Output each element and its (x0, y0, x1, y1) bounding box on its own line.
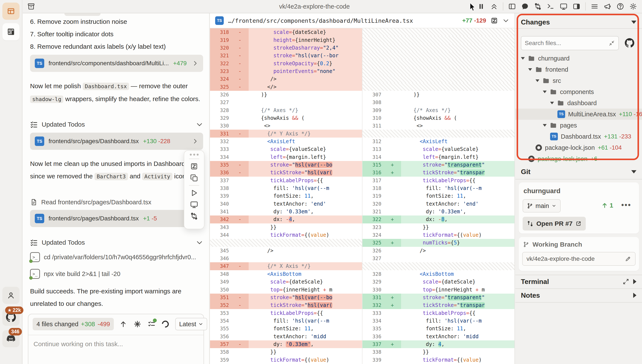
app-window: ★22k 346 vk/4e2a-explore-the-code 6. Rem… (0, 0, 642, 364)
diff-line: 321-stroke="hsl(var(--bor (210, 52, 362, 60)
file-name: frontend (545, 66, 568, 73)
collapse-up-icon[interactable] (490, 2, 498, 10)
pencil-icon[interactable] (625, 256, 631, 262)
read-file-row[interactable]: Read frontend/src/pages/Dashboard.tsx (30, 196, 203, 208)
diff-line: 311<> (362, 122, 514, 130)
menu-icon[interactable] (590, 2, 599, 10)
diff-line: 335fontSize: 11, (362, 325, 514, 332)
branch-icon (527, 203, 533, 209)
floating-toolbar (184, 150, 204, 229)
diff-stamp-icon[interactable] (490, 17, 498, 24)
megaphone-icon[interactable] (603, 2, 611, 10)
chevron-down-icon[interactable] (502, 17, 509, 24)
diff-stamp-icon[interactable] (190, 162, 198, 170)
preview-monitor-icon[interactable] (190, 200, 198, 209)
green-dot (153, 318, 157, 322)
typescript-icon: TS (35, 214, 44, 223)
inline-code: BarChart3 (95, 173, 128, 180)
pause-icon[interactable] (477, 2, 485, 10)
expand-arrow-icon (543, 90, 547, 93)
file-name: package-lock.json (538, 156, 587, 162)
file-change-chip[interactable]: TS frontend/src/components/dashboard/Mul… (30, 55, 203, 72)
panel-left-icon[interactable] (508, 2, 516, 10)
repo-name: churnguard (523, 187, 560, 195)
updated-todos-row[interactable]: Updated Todos (30, 118, 203, 130)
scroll-up-icon[interactable] (119, 320, 127, 328)
tree-item-churnguard[interactable]: churnguard (515, 53, 642, 64)
todos-indicator[interactable] (148, 320, 156, 328)
git-compare-icon[interactable] (190, 212, 198, 220)
collapse-tree-icon[interactable] (608, 40, 615, 46)
monitor-icon[interactable] (559, 2, 568, 10)
expand-arrow-icon (528, 68, 532, 71)
git-compare-icon[interactable] (534, 2, 542, 10)
workspace-layout-button[interactable] (2, 2, 20, 20)
tree-item-dashboard[interactable]: dashboard (515, 98, 642, 108)
version-dropdown[interactable]: Latest (175, 318, 207, 330)
terminal-icon[interactable] (547, 2, 555, 10)
panel-right-icon[interactable] (572, 2, 580, 10)
message-input[interactable]: Continue working on this task... (34, 340, 123, 348)
archive-icon[interactable] (27, 2, 35, 10)
layout-icon (7, 7, 15, 15)
expand-arrow-icon (550, 102, 554, 104)
chat-bubble-icon[interactable] (521, 2, 529, 10)
tree-item-components[interactable]: components (515, 86, 642, 98)
inline-code: Activity (142, 173, 172, 180)
tree-item-package-lock-json[interactable]: package-lock.json+61 -104 (515, 142, 642, 153)
tree-item-pages[interactable]: pages (515, 120, 642, 131)
diff-line: 352-tickStroke="hsl(var( (210, 301, 362, 309)
tree-item-package-lock-json[interactable]: package-lock.json+6 (515, 153, 642, 164)
diff-line: 343}} (210, 224, 362, 231)
pr-compare-icon (527, 220, 533, 227)
open-pr-button[interactable]: Open PR #7 (523, 217, 586, 230)
terminal-command-row[interactable]: >_ npx vite build 2>&1 | tail -20 (30, 268, 203, 280)
tree-item-multilinearea-tsx[interactable]: TSMultiLineArea.tsx+110 -162 (515, 108, 642, 120)
updated-todos-row[interactable]: Updated Todos (30, 236, 203, 248)
branch-icon (523, 242, 529, 248)
diff-line (362, 83, 514, 90)
change-stats: +61 -104 (598, 144, 621, 151)
diff-line: 309{/* Axes */} (362, 106, 514, 114)
changes-section-header[interactable]: Changes (515, 16, 642, 28)
notes-section-header[interactable]: Notes (515, 289, 642, 301)
chevron-right-icon (192, 138, 198, 144)
copy-icon[interactable] (190, 174, 198, 182)
diff-line (362, 68, 514, 75)
diff-new-column: 307)}308309{/* Axes */}310{showAxis && (… (362, 28, 514, 364)
git-section-header[interactable]: Git (515, 166, 642, 178)
working-branch-field[interactable]: vk/4e2a-explore-the-code (522, 252, 635, 266)
expand-icon[interactable] (622, 278, 629, 285)
search-input[interactable] (525, 40, 608, 46)
chevron-down-icon[interactable] (196, 239, 203, 246)
diff-line: 318fill: 'hsl(var(--m (362, 184, 514, 192)
working-branch-header: Working Branch (523, 241, 582, 248)
burst-icon[interactable] (134, 320, 141, 328)
kanban-view-button[interactable] (2, 23, 20, 40)
chevron-down-icon[interactable] (196, 121, 203, 128)
window-title: vk/4e2a-explore-the-code (279, 0, 350, 13)
tree-item-src[interactable]: src (515, 75, 642, 86)
file-search[interactable] (521, 36, 619, 50)
terminal-command-row[interactable]: >_ cd /private/var/folders/10/h7w0q46556… (30, 251, 203, 263)
terminal-section-header[interactable]: Terminal (515, 276, 642, 288)
account-button[interactable] (2, 287, 20, 304)
help-icon[interactable] (616, 2, 624, 10)
more-menu[interactable]: ••• (621, 200, 631, 210)
diff-line: 358}} (210, 348, 362, 356)
file-change-chip[interactable]: TS frontend/src/pages/Dashboard.tsx +130… (30, 133, 203, 150)
document-icon (30, 198, 37, 206)
files-changed-chip[interactable]: 4 files changed +308 -499 (33, 318, 114, 330)
diff-line: 328{/* Axes */} (210, 106, 362, 114)
github-icon[interactable] (625, 38, 634, 48)
run-icon[interactable] (190, 189, 198, 197)
branch-dropdown[interactable]: main (523, 199, 561, 212)
settings-icon[interactable] (629, 2, 637, 10)
file-change-chip[interactable]: TS frontend/src/pages/Dashboard.tsx +1 -… (30, 210, 203, 227)
drag-handle-icon[interactable] (190, 154, 199, 156)
tree-item-dashboard-tsx[interactable]: TSDashboard.tsx+131 -233 (515, 131, 642, 142)
expand-arrow-icon (521, 57, 525, 60)
tree-item-frontend[interactable]: frontend (515, 64, 642, 75)
expand-arrow-icon (543, 124, 547, 127)
status-dot (29, 260, 33, 263)
